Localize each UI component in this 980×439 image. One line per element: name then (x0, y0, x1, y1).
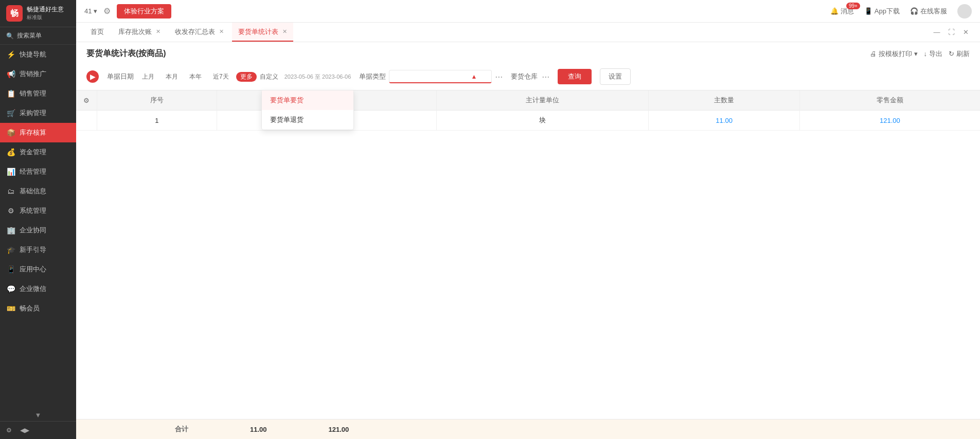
sidebar-item-guide[interactable]: 🎓 新手引导 (0, 240, 76, 260)
tab-receivables-close[interactable]: ✕ (219, 28, 224, 35)
footer-total-label: 合计 (82, 425, 219, 434)
sidebar-item-enterprise-wechat[interactable]: 💬 企业微信 (0, 279, 76, 299)
th-settings[interactable]: ⚙ (76, 90, 97, 111)
print-icon: 🖨 (870, 50, 877, 58)
sidebar-item-inventory[interactable]: 📦 库存核算 (0, 123, 76, 142)
custom-date-link[interactable]: 自定义 (260, 72, 278, 81)
warehouse-more-btn[interactable]: ··· (542, 72, 549, 81)
query-button[interactable]: 查询 (558, 69, 592, 84)
dropdown-item-order-goods[interactable]: 要货单要货 (262, 90, 353, 110)
date-filter-group: 单据日期 上月 本月 本年 近7天 更多 自定义 2023-05-06 至 20… (107, 71, 351, 82)
quantity-link[interactable]: 11.00 (716, 117, 733, 124)
this-year-pill[interactable]: 本年 (185, 71, 206, 82)
enterprise-wechat-icon: 💬 (6, 285, 15, 293)
sidebar-item-finance[interactable]: 💰 资金管理 (0, 142, 76, 162)
doc-type-filter: 单据类型 ▲ ··· (359, 70, 503, 83)
refresh-icon: ↻ (949, 50, 954, 58)
sidebar-item-app-center[interactable]: 📱 应用中心 (0, 260, 76, 279)
app-download-btn[interactable]: 📱 App下载 (864, 7, 900, 16)
sidebar-footer: ⚙ ◀▶ (0, 421, 76, 439)
sidebar-item-label: 企业协同 (20, 226, 46, 235)
doc-type-select[interactable]: ▲ (389, 70, 492, 83)
tab-order-stats[interactable]: 要货单统计表 ✕ (232, 23, 293, 42)
amount-link[interactable]: 121.00 (880, 117, 900, 124)
sidebar-scroll-down[interactable]: ▼ (0, 409, 76, 421)
sidebar-item-operation[interactable]: 📊 经营管理 (0, 162, 76, 181)
tab-actions: — ⛶ ✕ (931, 26, 972, 39)
table-row: 1 ████ ███ 块 11.00 121.00 (76, 111, 980, 131)
export-label: 导出 (929, 49, 942, 59)
messages-btn[interactable]: 🔔 消息 99+ (830, 7, 854, 16)
member-icon: 🎫 (6, 304, 15, 313)
th-quantity: 主数量 (649, 90, 799, 111)
sidebar-item-label: 资金管理 (20, 148, 46, 157)
main-content: 41 ▾ ⚙ 体验行业方案 🔔 消息 99+ 📱 App下载 🎧 在线客服 (76, 0, 980, 439)
settings-icon[interactable]: ⚙ (103, 6, 111, 16)
sidebar-item-sales[interactable]: 📋 销售管理 (0, 84, 76, 103)
marketing-icon: 📢 (6, 70, 15, 78)
more-filter-btn[interactable]: ··· (495, 72, 503, 81)
user-avatar[interactable] (957, 4, 972, 19)
tab-home[interactable]: 首页 (84, 23, 110, 42)
refresh-label: 刷新 (956, 49, 970, 59)
sidebar-item-member[interactable]: 🎫 畅会员 (0, 299, 76, 318)
refresh-btn[interactable]: ↻ 刷新 (949, 49, 970, 59)
top-header: 41 ▾ ⚙ 体验行业方案 🔔 消息 99+ 📱 App下载 🎧 在线客服 (76, 0, 980, 23)
more-date-btn[interactable]: 更多 (236, 72, 257, 82)
search-label: 搜索菜单 (17, 31, 42, 40)
sidebar-item-basics[interactable]: 🗂 基础信息 (0, 181, 76, 201)
th-seq: 序号 (97, 90, 217, 111)
export-btn[interactable]: ↓ 导出 (924, 49, 943, 59)
sidebar-item-label: 销售管理 (20, 89, 46, 98)
tab-inventory-batch[interactable]: 库存批次账 ✕ (112, 23, 167, 42)
sidebar-item-purchase[interactable]: 🛒 采购管理 (0, 103, 76, 123)
last-7-days-pill[interactable]: 近7天 (209, 71, 233, 82)
footer-collapse-btn[interactable]: ◀▶ (20, 427, 29, 434)
online-service-btn[interactable]: 🎧 在线客服 (910, 7, 947, 16)
finance-icon: 💰 (6, 148, 15, 156)
print-template-btn[interactable]: 🖨 按模板打印 ▾ (870, 49, 918, 59)
search-icon: 🔍 (6, 32, 14, 40)
sales-icon: 📋 (6, 89, 15, 98)
td-unit: 块 (436, 111, 649, 131)
sidebar-search[interactable]: 🔍 搜索菜单 (0, 27, 76, 45)
table-footer: 合计 11.00 121.00 (76, 419, 980, 439)
sidebar-item-label: 新手引导 (20, 245, 46, 254)
tab-expand-btn[interactable]: ⛶ (945, 26, 957, 39)
tab-minimize-btn[interactable]: — (931, 26, 943, 39)
footer-settings-icon[interactable]: ⚙ (6, 427, 12, 434)
page-content: 要货单统计表(按商品) 🖨 按模板打印 ▾ ↓ 导出 ↻ 刷新 ▶ (76, 42, 980, 439)
sidebar-item-label: 基础信息 (20, 187, 46, 196)
sidebar-item-enterprise[interactable]: 🏢 企业协同 (0, 221, 76, 240)
tab-receivables[interactable]: 收发存汇总表 ✕ (169, 23, 230, 42)
company-selector[interactable]: 41 ▾ (84, 7, 97, 15)
last-month-pill[interactable]: 上月 (138, 71, 158, 82)
doc-type-label: 单据类型 (359, 72, 386, 81)
sidebar-item-marketing[interactable]: 📢 营销推广 (0, 64, 76, 84)
basics-icon: 🗂 (6, 187, 15, 195)
filter-expand-btn[interactable]: ▶ (86, 70, 99, 83)
tab-inventory-batch-close[interactable]: ✕ (156, 28, 161, 35)
print-chevron-icon: ▾ (914, 50, 918, 58)
data-table: ⚙ 序号 商品 主计量单位 主数量 零售金额 1 ████ ███ (76, 90, 980, 131)
sidebar-item-quick-nav[interactable]: ⚡ 快捷导航 (0, 45, 76, 64)
avatar-image (957, 4, 972, 19)
date-pills: 上月 本月 本年 近7天 更多 自定义 (138, 71, 278, 82)
doc-type-value (394, 72, 396, 80)
warehouse-filter-group: 要货仓库 ··· (511, 72, 549, 81)
page-title: 要货单统计表(按商品) (86, 48, 166, 59)
this-month-pill[interactable]: 本月 (162, 71, 182, 82)
dropdown-item-order-return[interactable]: 要货单退货 (262, 110, 353, 130)
filter-bar: ▶ 单据日期 上月 本月 本年 近7天 更多 自定义 2023-05-06 至 … (76, 63, 980, 90)
header-left: 41 ▾ ⚙ 体验行业方案 (84, 4, 171, 19)
messages-badge: 99+ (846, 3, 860, 9)
enterprise-icon: 🏢 (6, 226, 15, 234)
settings-button[interactable]: 设置 (600, 68, 631, 85)
header-right: 🔔 消息 99+ 📱 App下载 🎧 在线客服 (830, 4, 972, 19)
logo-name: 畅捷通好生意 (27, 6, 64, 14)
sidebar-item-system[interactable]: ⚙ 系统管理 (0, 201, 76, 221)
tab-order-stats-close[interactable]: ✕ (282, 28, 287, 35)
tab-close-btn[interactable]: ✕ (959, 26, 972, 39)
tab-order-stats-label: 要货单统计表 (238, 27, 278, 36)
trial-button[interactable]: 体验行业方案 (117, 4, 171, 19)
